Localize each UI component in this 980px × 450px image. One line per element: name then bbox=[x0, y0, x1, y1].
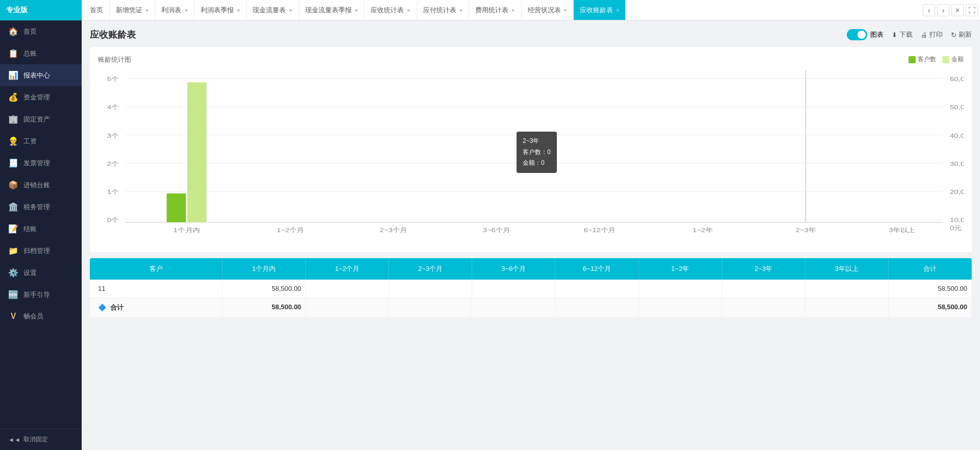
col-y23: 2~3年 bbox=[722, 258, 805, 280]
sidebar-item-guide-label: 新手引导 bbox=[23, 290, 50, 299]
svg-text:3年以上: 3年以上 bbox=[889, 227, 915, 233]
print-button[interactable]: 🖨 打印 bbox=[921, 30, 943, 39]
sidebar-item-home-label: 首页 bbox=[23, 27, 37, 36]
sidebar-item-ledger[interactable]: 📋 总账 bbox=[0, 42, 82, 64]
svg-text:3~6个月: 3~6个月 bbox=[483, 227, 510, 233]
tab-scroll-left[interactable]: ‹ bbox=[923, 4, 935, 16]
archive-icon: 📁 bbox=[8, 246, 18, 256]
tab-scroll-right[interactable]: › bbox=[937, 4, 949, 16]
sidebar-item-reports[interactable]: 📊 报表中心 bbox=[0, 64, 82, 86]
tab-voucher-close[interactable]: × bbox=[145, 7, 149, 13]
tab-profit-close[interactable]: × bbox=[184, 7, 187, 13]
sidebar-item-guide[interactable]: 🆕 新手引导 bbox=[0, 284, 82, 306]
refresh-label: 刷新 bbox=[959, 30, 972, 39]
tab-payable-stat[interactable]: 应付统计表 × bbox=[417, 0, 469, 20]
chart-toggle-label: 图表 bbox=[870, 30, 884, 39]
chart-toggle[interactable] bbox=[847, 29, 867, 40]
sidebar-item-archive[interactable]: 📁 归档管理 bbox=[0, 240, 82, 262]
tab-receivable-aging[interactable]: 应收账龄表 × bbox=[574, 0, 626, 20]
legend-amount-label: 金额 bbox=[951, 55, 964, 64]
tab-cashflow-quarterly[interactable]: 现金流量表季报 × bbox=[299, 0, 364, 20]
sidebar-item-funds[interactable]: 💰 资金管理 bbox=[0, 86, 82, 108]
tab-close-all[interactable]: × bbox=[951, 4, 964, 16]
sidebar-item-reports-label: 报表中心 bbox=[23, 71, 50, 80]
tab-profit-quarterly-close[interactable]: × bbox=[237, 7, 240, 13]
tab-receivable-stat[interactable]: 应收统计表 × bbox=[364, 0, 416, 20]
svg-text:2~3个月: 2~3个月 bbox=[380, 227, 407, 233]
svg-text:10,000.00元: 10,000.00元 bbox=[950, 217, 964, 223]
col-total: 合计 bbox=[889, 258, 972, 280]
tab-voucher[interactable]: 新增凭证 × bbox=[110, 0, 155, 20]
svg-text:20,000.00元: 20,000.00元 bbox=[950, 189, 964, 195]
chart-legend: 客户数 金额 bbox=[909, 55, 964, 64]
chart-card: 账龄统计图 客户数 金额 5个 4个 3个 2个 1个 bbox=[90, 47, 972, 252]
table-row: 11 58,500.00 58,500.00 bbox=[90, 280, 972, 298]
sidebar-item-assets[interactable]: 🏢 固定资产 bbox=[0, 108, 82, 130]
col-m1: 1个月内 bbox=[223, 258, 306, 280]
tax-icon: 🏛️ bbox=[8, 202, 18, 212]
sidebar-item-closing[interactable]: 📝 结账 bbox=[0, 218, 82, 240]
guide-icon: 🆕 bbox=[8, 290, 18, 299]
home-icon: 🏠 bbox=[8, 27, 18, 36]
svg-text:6~12个月: 6~12个月 bbox=[584, 227, 616, 233]
svg-text:2个: 2个 bbox=[107, 160, 119, 167]
cell-m612 bbox=[555, 280, 639, 297]
tab-payable-stat-close[interactable]: × bbox=[459, 7, 462, 13]
total-m612 bbox=[555, 298, 639, 317]
tab-business-stat[interactable]: 经营状况表 × bbox=[522, 0, 574, 20]
closing-icon: 📝 bbox=[8, 224, 18, 234]
svg-text:50,000.00元: 50,000.00元 bbox=[950, 104, 964, 111]
tab-cashflow-close[interactable]: × bbox=[289, 7, 292, 13]
sidebar-item-settings[interactable]: ⚙️ 设置 bbox=[0, 262, 82, 284]
sidebar-item-tax[interactable]: 🏛️ 税务管理 bbox=[0, 196, 82, 218]
sidebar-item-assets-label: 固定资产 bbox=[23, 115, 50, 124]
tab-receivable-stat-close[interactable]: × bbox=[407, 7, 410, 13]
cell-m12 bbox=[306, 280, 389, 297]
tab-business-stat-label: 经营状况表 bbox=[528, 6, 561, 15]
tab-home[interactable]: 首页 bbox=[84, 0, 110, 20]
svg-text:1个: 1个 bbox=[107, 189, 119, 195]
total-y12 bbox=[639, 298, 722, 317]
ledger-icon: 📋 bbox=[8, 48, 18, 58]
sidebar-item-sales[interactable]: 📦 进销台账 bbox=[0, 174, 82, 196]
sidebar-item-archive-label: 归档管理 bbox=[23, 246, 50, 256]
total-y3plus bbox=[805, 298, 889, 317]
sidebar-item-vip[interactable]: V 畅会员 bbox=[0, 306, 82, 327]
col-m12: 1~2个月 bbox=[306, 258, 389, 280]
svg-text:1~2个月: 1~2个月 bbox=[277, 227, 304, 233]
tab-profit[interactable]: 利润表 × bbox=[155, 0, 194, 20]
tab-business-stat-close[interactable]: × bbox=[564, 7, 567, 13]
sidebar-item-salary[interactable]: 👷 工资 bbox=[0, 130, 82, 152]
tab-profit-quarterly[interactable]: 利润表季报 × bbox=[194, 0, 247, 20]
refresh-button[interactable]: ↻ 刷新 bbox=[951, 30, 972, 39]
total-m23 bbox=[389, 298, 472, 317]
svg-text:2~3年: 2~3年 bbox=[796, 227, 816, 233]
cell-customer: 11 bbox=[90, 280, 223, 297]
chart-toggle-wrapper: 图表 bbox=[847, 29, 884, 40]
data-table: 客户 1个月内 1~2个月 2~3个月 3~6个月 6~12个月 1~2年 2~… bbox=[90, 258, 972, 318]
tab-cashflow[interactable]: 现金流量表 × bbox=[247, 0, 299, 20]
total-total: 58,500.00 bbox=[889, 298, 972, 317]
table-header: 客户 1个月内 1~2个月 2~3个月 3~6个月 6~12个月 1~2年 2~… bbox=[90, 258, 972, 280]
cell-m23 bbox=[389, 280, 472, 297]
page-header: 应收账龄表 图表 ⬇ 下载 🖨 打印 ↻ 刷新 bbox=[90, 29, 972, 41]
unpin-button[interactable]: ◄◄ 取消固定 bbox=[0, 429, 82, 450]
tab-expense-stat-close[interactable]: × bbox=[511, 7, 514, 13]
sidebar-item-home[interactable]: 🏠 首页 bbox=[0, 20, 82, 42]
cell-y3plus bbox=[805, 280, 889, 297]
tab-expense-stat[interactable]: 费用统计表 × bbox=[469, 0, 521, 20]
tab-receivable-aging-close[interactable]: × bbox=[616, 7, 619, 13]
tab-expense-stat-label: 费用统计表 bbox=[475, 6, 508, 15]
vip-icon: V bbox=[8, 312, 18, 321]
chart-svg: 5个 4个 3个 2个 1个 0个 60,000.00元 50,000.00元 … bbox=[98, 70, 964, 244]
total-m12 bbox=[306, 298, 389, 317]
chart-title: 账龄统计图 bbox=[98, 55, 964, 64]
app-logo: 专业版 bbox=[0, 0, 82, 20]
sidebar-item-invoice[interactable]: 🧾 发票管理 bbox=[0, 152, 82, 174]
svg-text:3个: 3个 bbox=[107, 132, 119, 139]
tab-expand[interactable]: ⛶ bbox=[966, 4, 978, 16]
download-button[interactable]: ⬇ 下载 bbox=[892, 30, 913, 39]
tab-cashflow-quarterly-close[interactable]: × bbox=[355, 7, 358, 13]
total-m1: 58,500.00 bbox=[223, 298, 306, 317]
main-area: 首页 新增凭证 × 利润表 × 利润表季报 × 现金流量表 × 现金流量表季报 … bbox=[82, 0, 980, 450]
